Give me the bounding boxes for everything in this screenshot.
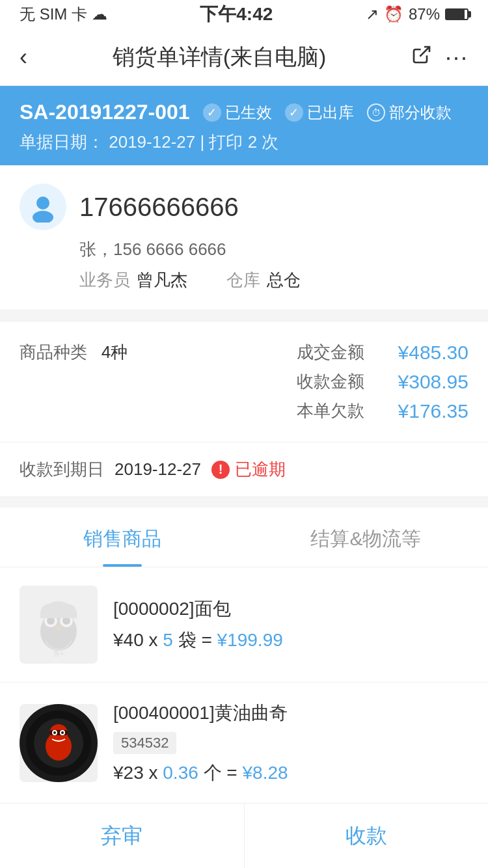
product-total-2: ¥8.28 bbox=[242, 763, 288, 783]
check-icon-1: ✓ bbox=[203, 103, 221, 122]
product-price-1: ¥40 x 5 袋 = ¥199.99 bbox=[113, 628, 468, 653]
more-icon[interactable]: ··· bbox=[445, 44, 468, 71]
customer-top: 17666666666 bbox=[20, 183, 468, 230]
salesman-item: 业务员 曾凡杰 bbox=[79, 269, 187, 292]
overdue-text: 已逾期 bbox=[235, 458, 286, 481]
print-count: 2 bbox=[248, 132, 257, 152]
product-qty-1: 5 bbox=[163, 630, 173, 650]
customer-phone: 17666666666 bbox=[79, 193, 239, 222]
product-qty-2: 0.36 bbox=[163, 763, 198, 783]
location-icon: ↗ bbox=[366, 5, 379, 23]
tab-settlement-logistics[interactable]: 结算&物流等 bbox=[244, 508, 488, 567]
product-types: 商品种类 4种 bbox=[20, 341, 128, 364]
salesman-label: 业务员 bbox=[79, 269, 130, 292]
debt-amount-row: 本单欠款 ¥176.35 bbox=[297, 400, 468, 422]
clock-icon: ⏰ bbox=[384, 5, 403, 23]
product-name-1: [0000002]面包 bbox=[113, 597, 468, 621]
debt-amount-label: 本单欠款 bbox=[297, 400, 364, 422]
back-button[interactable]: ‹ bbox=[20, 44, 27, 71]
page-title: 销货单详情(来自电脑) bbox=[113, 42, 327, 72]
share-icon[interactable] bbox=[411, 44, 432, 70]
collect-button[interactable]: 收款 bbox=[245, 804, 489, 868]
svg-point-2 bbox=[33, 211, 53, 223]
product-sku-2: 534532 bbox=[113, 732, 176, 754]
product-item: 兽+ [0000002]面包 ¥40 x 5 袋 = ¥199.99 bbox=[0, 567, 488, 683]
svg-text:兽+: 兽+ bbox=[53, 650, 64, 657]
product-info-1: [0000002]面包 ¥40 x 5 袋 = ¥199.99 bbox=[113, 597, 468, 653]
bottom-bar: 弃审 收款 bbox=[0, 803, 488, 868]
product-name-2: [000400001]黄油曲奇 bbox=[113, 701, 468, 726]
banner-top: SA-20191227-001 ✓ 已生效 ✓ 已出库 ⏱ 部分收款 bbox=[20, 100, 468, 124]
tabs: 销售商品 结算&物流等 bbox=[0, 508, 488, 567]
nav-bar: ‹ 销货单详情(来自电脑) ··· bbox=[0, 29, 488, 86]
clock-badge-icon: ⏱ bbox=[367, 103, 385, 122]
battery-icon bbox=[445, 8, 468, 20]
receipt-amount-value: ¥308.95 bbox=[377, 371, 468, 393]
status-left: 无 SIM 卡 ☁ bbox=[20, 4, 107, 25]
product-list: 兽+ [0000002]面包 ¥40 x 5 袋 = ¥199.99 bbox=[0, 567, 488, 804]
overdue-icon: ! bbox=[211, 461, 230, 479]
cancel-review-button[interactable]: 弃审 bbox=[0, 804, 245, 868]
banner-date: 单据日期： 2019-12-27 | 打印 2 次 bbox=[20, 131, 468, 154]
status-right: ↗ ⏰ 87% bbox=[366, 5, 468, 23]
debt-amount-value: ¥176.35 bbox=[377, 400, 468, 422]
check-icon-2: ✓ bbox=[285, 103, 303, 122]
due-date-value: 2019-12-27 bbox=[115, 459, 201, 480]
status-time: 下午4:42 bbox=[200, 2, 273, 27]
overdue-badge: ! 已逾期 bbox=[211, 458, 286, 481]
badge-shipped: ✓ 已出库 bbox=[285, 102, 354, 123]
product-item: [000400001]黄油曲奇 534532 ¥23 x 0.36 个 = ¥8… bbox=[0, 683, 488, 804]
badge-partial-receipt: ⏱ 部分收款 bbox=[367, 102, 452, 123]
due-date-row: 收款到期日 2019-12-27 ! 已逾期 bbox=[0, 442, 488, 497]
summary-right: 成交金额 ¥485.30 收款金额 ¥308.95 本单欠款 ¥176.35 bbox=[297, 341, 468, 422]
product-types-count: 4种 bbox=[102, 342, 128, 362]
summary-left: 商品种类 4种 bbox=[20, 341, 128, 364]
product-image-1: 兽+ bbox=[20, 586, 98, 664]
header-banner: SA-20191227-001 ✓ 已生效 ✓ 已出库 ⏱ 部分收款 单据日期：… bbox=[0, 86, 488, 165]
badge-effective: ✓ 已生效 bbox=[203, 102, 272, 123]
order-id: SA-20191227-001 bbox=[20, 100, 190, 124]
deal-amount-label: 成交金额 bbox=[297, 341, 364, 364]
deal-amount-row: 成交金额 ¥485.30 bbox=[297, 341, 468, 364]
due-date-label: 收款到期日 bbox=[20, 458, 104, 481]
warehouse-item: 仓库 总仓 bbox=[226, 269, 301, 292]
svg-point-17 bbox=[53, 731, 56, 734]
receipt-amount-label: 收款金额 bbox=[297, 370, 364, 393]
summary-card: 商品种类 4种 成交金额 ¥485.30 收款金额 ¥308.95 本单欠款 ¥… bbox=[0, 321, 488, 442]
product-info-2: [000400001]黄油曲奇 534532 ¥23 x 0.36 个 = ¥8… bbox=[113, 701, 468, 785]
tab-sales-products[interactable]: 销售商品 bbox=[0, 508, 244, 567]
avatar bbox=[20, 183, 66, 230]
warehouse-label: 仓库 bbox=[226, 269, 260, 292]
svg-point-18 bbox=[61, 731, 64, 734]
product-price-2: ¥23 x 0.36 个 = ¥8.28 bbox=[113, 761, 468, 785]
svg-line-0 bbox=[420, 47, 429, 57]
receipt-amount-row: 收款金额 ¥308.95 bbox=[297, 370, 468, 393]
salesman-value: 曾凡杰 bbox=[137, 269, 187, 292]
status-bar: 无 SIM 卡 ☁ 下午4:42 ↗ ⏰ 87% bbox=[0, 0, 488, 29]
product-image-2 bbox=[20, 704, 98, 782]
deal-amount-value: ¥485.30 bbox=[377, 342, 468, 364]
customer-name-phone: 张，156 6666 6666 bbox=[20, 238, 468, 261]
product-total-1: ¥199.99 bbox=[217, 630, 283, 650]
customer-card: 17666666666 张，156 6666 6666 业务员 曾凡杰 仓库 总… bbox=[0, 165, 488, 310]
nav-actions: ··· bbox=[411, 44, 468, 71]
order-date: 2019-12-27 bbox=[109, 132, 195, 152]
svg-point-1 bbox=[36, 197, 49, 210]
battery-label: 87% bbox=[409, 5, 440, 23]
sim-label: 无 SIM 卡 ☁ bbox=[20, 4, 107, 25]
customer-meta: 业务员 曾凡杰 仓库 总仓 bbox=[20, 269, 468, 292]
warehouse-value: 总仓 bbox=[267, 269, 301, 292]
